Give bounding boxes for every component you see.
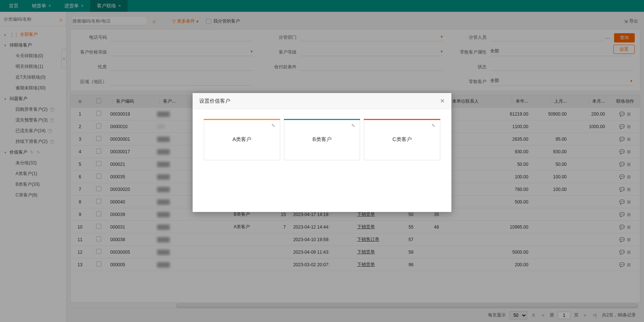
- card-a-label: A类客户: [233, 136, 251, 143]
- card-b-label: B类客户: [312, 136, 331, 143]
- modal-title: 设置价值客户: [199, 98, 230, 105]
- edit-icon[interactable]: ✎: [351, 123, 355, 129]
- card-c[interactable]: ✎C类客户: [364, 119, 440, 160]
- modal: 设置价值客户 ✕ ✎A类客户 ✎B类客户 ✎C类客户: [193, 93, 451, 212]
- edit-icon[interactable]: ✎: [431, 123, 435, 129]
- card-c-label: C类客户: [393, 136, 412, 143]
- card-a[interactable]: ✎A类客户: [204, 119, 280, 160]
- close-icon[interactable]: ✕: [440, 97, 445, 105]
- edit-icon[interactable]: ✎: [271, 123, 275, 129]
- card-b[interactable]: ✎B类客户: [284, 119, 360, 160]
- modal-mask[interactable]: 设置价值客户 ✕ ✎A类客户 ✎B类客户 ✎C类客户: [0, 0, 644, 322]
